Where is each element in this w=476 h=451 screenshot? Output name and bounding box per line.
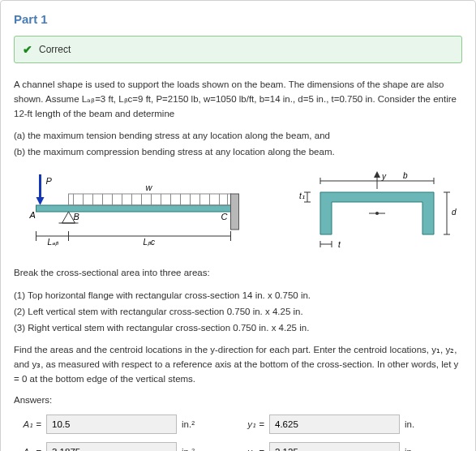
problem-intro: A channel shape is used to support the l…: [14, 78, 462, 121]
answer-row-1: A₁ = in.² y₁ = in.: [14, 414, 462, 434]
label-LBC: Lᵦc: [144, 238, 156, 247]
break-heading: Break the cross-sectional area into thre…: [14, 266, 462, 281]
answers-label: Answers:: [14, 395, 462, 405]
label-C: C: [221, 212, 228, 221]
a1-unit: in.²: [182, 419, 224, 429]
label-B: B: [74, 212, 79, 221]
label-P: P: [46, 176, 53, 186]
a1-input[interactable]: [46, 414, 177, 434]
label-d: d: [452, 208, 457, 217]
list-1: (1) Top horizontal flange with rectangul…: [14, 289, 462, 303]
list-3: (3) Right vertical stem with rectangular…: [14, 321, 462, 336]
part-card: Part 1 ✔ Correct A channel shape is used…: [0, 0, 476, 451]
problem-qb: (b) the maximum compression bending stre…: [14, 145, 462, 160]
label-y: y: [381, 172, 387, 181]
y2-var: y₂ =: [229, 446, 264, 451]
problem-qa: (a) the maximum tension bending stress a…: [14, 129, 462, 144]
a2-unit: in.²: [182, 447, 224, 451]
label-t1: t₁: [299, 191, 305, 200]
label-LAB: Lₐᵦ: [48, 238, 60, 247]
answers-block: Answers: A₁ = in.² y₁ = in. A₂ = in.² y₂…: [14, 395, 462, 451]
part-title: Part 1: [14, 12, 462, 26]
y1-input[interactable]: [269, 414, 400, 434]
svg-marker-33: [374, 171, 380, 178]
status-text: Correct: [39, 44, 71, 55]
svg-rect-23: [231, 194, 239, 230]
check-icon: ✔: [23, 43, 32, 56]
y1-unit: in.: [405, 419, 447, 429]
beam-diagram: P w: [14, 170, 269, 253]
answer-row-2: A₂ = in.² y₂ = in.: [14, 442, 462, 451]
instructions: Find the areas and the centroid location…: [14, 343, 462, 386]
a2-var: A₂ =: [14, 446, 41, 451]
svg-rect-2: [36, 205, 231, 212]
status-bar: ✔ Correct: [14, 36, 462, 63]
y2-input[interactable]: [269, 442, 400, 451]
label-t: t: [338, 240, 341, 249]
svg-marker-1: [36, 197, 45, 205]
a1-var: A₁ =: [14, 419, 41, 430]
label-b: b: [403, 171, 408, 180]
label-w: w: [146, 183, 153, 192]
diagrams: P w: [14, 170, 462, 253]
list-2: (2) Left vertical stem with rectangular …: [14, 305, 462, 320]
a2-input[interactable]: [46, 442, 177, 451]
cross-section-diagram: b y t₁ d: [292, 170, 462, 253]
y2-unit: in.: [405, 447, 447, 451]
y1-var: y₁ =: [229, 419, 264, 430]
label-A: A: [29, 210, 36, 220]
